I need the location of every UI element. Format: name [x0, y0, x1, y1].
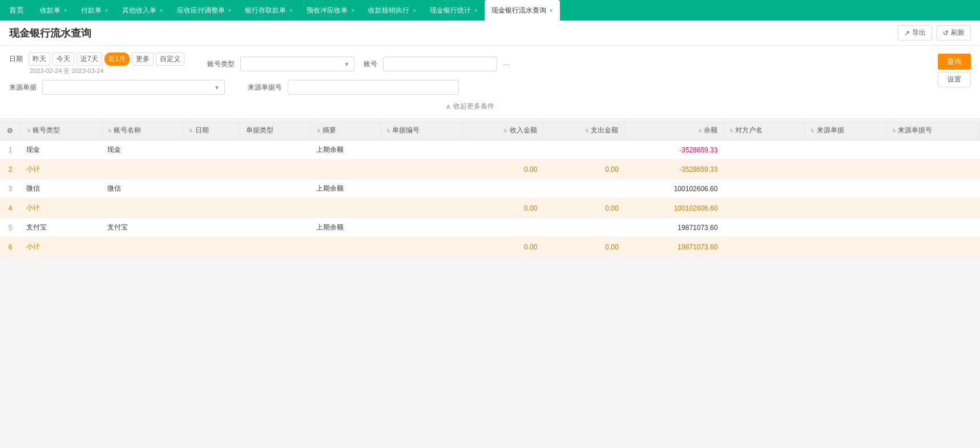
filter-row-2: 来源单据 ▼ 来源单据号 [9, 80, 931, 95]
cell-doc-no [380, 140, 461, 160]
cell-summary: 上期余额 [310, 179, 380, 199]
th-doc-type[interactable]: 单据类型 [240, 121, 310, 140]
cell-date [183, 218, 240, 237]
cell-income: 0.00 [462, 160, 543, 179]
nav-tab-预收冲应收单[interactable]: 预收冲应收单 × [300, 0, 361, 21]
nav-tab-现金银行流水查询[interactable]: 现金银行流水查询 × [485, 0, 560, 21]
account-type-filter: 账号类型 ▼ [207, 56, 354, 71]
th-source-doc-no[interactable]: ⇅ 来源单据号 [886, 121, 979, 140]
account-no-input[interactable] [383, 56, 497, 71]
cell-account-type: 小计 [21, 237, 102, 257]
th-income[interactable]: ⇅ 收入金额 [462, 121, 543, 140]
cell-income [462, 218, 543, 237]
cell-date [183, 199, 240, 218]
th-counterparty[interactable]: ⇅ 对方户名 [723, 121, 804, 140]
refresh-button[interactable]: ↺ 刷新 [937, 25, 971, 41]
cell-num: 2 [0, 160, 21, 179]
close-icon[interactable]: × [289, 7, 293, 14]
cell-summary [310, 199, 380, 218]
nav-tab-其他收入单[interactable]: 其他收入单 × [115, 0, 170, 21]
cell-source-doc [805, 218, 886, 237]
search-button[interactable]: 查询 [938, 54, 971, 70]
cell-expense [543, 140, 624, 160]
chevron-down-icon: ▼ [344, 61, 349, 67]
nav-tab-付款单[interactable]: 付款单 × [74, 0, 115, 21]
cell-source-doc [805, 237, 886, 257]
table-row: 3 微信 微信 上期余额 100102606.60 [0, 179, 980, 199]
cell-expense [543, 179, 624, 199]
date-btn-1month[interactable]: 近1月 [104, 53, 130, 66]
th-gear[interactable]: ⚙ [0, 121, 21, 140]
th-balance[interactable]: ⇅ 余额 [624, 121, 724, 140]
account-no-filter: 账号 ··· [364, 56, 512, 71]
date-btn-custom[interactable]: 自定义 [156, 53, 184, 66]
cell-source-doc-no [886, 160, 979, 179]
cell-balance: -3528659.33 [624, 140, 724, 160]
source-doc-select[interactable]: ▼ [42, 80, 225, 95]
close-icon[interactable]: × [474, 7, 478, 14]
cell-account-type: 现金 [21, 140, 102, 160]
close-icon[interactable]: × [160, 7, 163, 14]
sort-icon-9: ⇅ [698, 128, 702, 134]
cell-account-type: 微信 [21, 179, 102, 199]
cell-doc-no [380, 179, 461, 199]
th-summary[interactable]: ⇅ 摘要 [310, 121, 380, 140]
cell-doc-no [380, 218, 461, 237]
cell-source-doc-no [886, 179, 979, 199]
cell-doc-type [240, 237, 310, 257]
nav-tab-银行存取款单[interactable]: 银行存取款单 × [238, 0, 300, 21]
cell-num: 4 [0, 199, 21, 218]
account-no-label: 账号 [364, 59, 377, 69]
th-source-doc[interactable]: ⇅ 来源单据 [805, 121, 886, 140]
cell-doc-no [380, 199, 461, 218]
collapse-bar[interactable]: ∧ 收起更多条件 [9, 99, 931, 111]
header-row: ⚙ ⇅ 账号类型 ⇅ 账号名称 ⇅ 日期 单据类型 ⇅ 摘要 [0, 121, 980, 140]
collapse-up-icon: ∧ [446, 103, 451, 111]
cell-source-doc [805, 199, 886, 218]
source-doc-no-filter: 来源单据号 [248, 80, 459, 95]
account-type-select[interactable]: ▼ [240, 56, 354, 71]
close-icon[interactable]: × [351, 7, 354, 14]
th-doc-no[interactable]: ⇅ 单据编号 [380, 121, 461, 140]
th-expense[interactable]: ⇅ 支出金额 [543, 121, 624, 140]
close-icon[interactable]: × [550, 7, 553, 14]
close-icon[interactable]: × [228, 7, 232, 14]
cell-doc-no [380, 160, 461, 179]
gear-icon[interactable]: ⚙ [7, 127, 13, 135]
cell-num: 6 [0, 237, 21, 257]
nav-tab-应收应付调整单[interactable]: 应收应付调整单 × [170, 0, 239, 21]
cell-account-name: 微信 [102, 179, 183, 199]
nav-tab-收款核销执行[interactable]: 收款核销执行 × [361, 0, 423, 21]
close-icon[interactable]: × [413, 7, 416, 14]
th-date[interactable]: ⇅ 日期 [183, 121, 240, 140]
cell-date [183, 160, 240, 179]
date-btn-more[interactable]: 更多 [132, 53, 154, 66]
close-icon[interactable]: × [105, 7, 108, 14]
cell-summary: 上期余额 [310, 140, 380, 160]
cell-num: 1 [0, 140, 21, 160]
sort-icon-3: ⇅ [189, 128, 193, 134]
nav-tab-现金银行统计[interactable]: 现金银行统计 × [423, 0, 485, 21]
cell-doc-no [380, 237, 461, 257]
settings-button[interactable]: 设置 [938, 72, 971, 87]
top-nav: 首页 收款单 × 付款单 × 其他收入单 × 应收应付调整单 × 银行存取款单 … [0, 0, 980, 21]
th-account-name[interactable]: ⇅ 账号名称 [102, 121, 183, 140]
nav-tab-收款单[interactable]: 收款单 × [33, 0, 74, 21]
cell-expense: 0.00 [543, 199, 624, 218]
chevron-down-icon-2: ▼ [214, 84, 220, 91]
cell-balance: 19871073.60 [624, 237, 724, 257]
cell-date [183, 140, 240, 160]
sort-icon-2: ⇅ [108, 128, 112, 134]
export-button[interactable]: ↗ 导出 [898, 25, 932, 41]
close-icon[interactable]: × [64, 7, 67, 14]
cell-doc-type [240, 160, 310, 179]
nav-home[interactable]: 首页 [0, 0, 33, 21]
th-account-type[interactable]: ⇅ 账号类型 [21, 121, 102, 140]
cell-balance: 100102606.60 [624, 199, 724, 218]
date-btn-7days[interactable]: 近7天 [76, 53, 102, 66]
dots-icon[interactable]: ··· [501, 59, 512, 68]
source-doc-no-input[interactable] [288, 80, 459, 95]
date-btn-today[interactable]: 今天 [53, 53, 74, 66]
cell-account-type: 小计 [21, 199, 102, 218]
date-btn-yesterday[interactable]: 昨天 [29, 53, 50, 66]
